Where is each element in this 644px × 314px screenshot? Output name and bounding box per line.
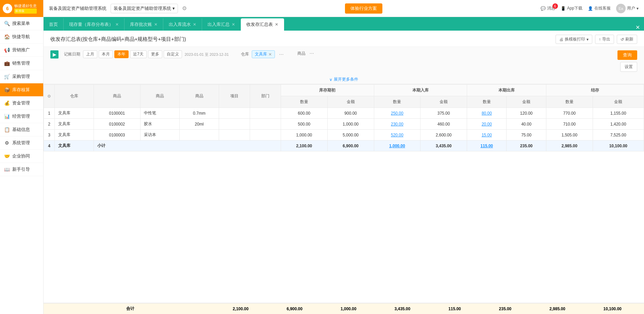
avatar: Ea: [616, 4, 626, 13]
sidebar-item-库存核算[interactable]: 📦库存核算: [0, 83, 43, 97]
row-out-qty[interactable]: 15.00: [467, 130, 507, 141]
row-bal-qty: 1,505.00: [546, 130, 593, 141]
online-service-item[interactable]: 👤 在线客服: [588, 5, 611, 11]
sidebar-item-基础信息[interactable]: 📋基础信息: [0, 123, 43, 136]
tab-label: 库存批次账: [130, 21, 152, 28]
tabs-container: 首页现存量（库存分布表）✕库存批次账✕出入库流水✕出入库汇总✕收发存汇总表✕: [44, 18, 631, 31]
row-out-amt: 120.00: [507, 108, 546, 119]
table-row: 2 文具库 0100002 胶水 20ml 500.00 1,000.00 23…: [44, 119, 644, 130]
expand-more-btn[interactable]: ∨ 展开更多条件: [44, 75, 644, 84]
filter-expand-toggle[interactable]: ▶: [50, 50, 59, 59]
sub-in-qty[interactable]: 1,000.00: [374, 141, 420, 151]
date-custom[interactable]: 自定义: [164, 50, 182, 58]
sidebar-item-快捷导航[interactable]: 🏠快捷导航: [0, 30, 43, 44]
date-cur-year[interactable]: 本年: [114, 50, 129, 58]
row-in-qty[interactable]: 230.00: [374, 119, 420, 130]
close-tab-icon[interactable]: ✕: [115, 22, 119, 27]
table-row: 1 文具库 0100001 中性笔 0.7mm 600.00 900.00 25…: [44, 108, 644, 119]
sidebar-item-经营管理[interactable]: 📊经营管理: [0, 110, 43, 123]
nav-icon: 📦: [4, 87, 10, 93]
sub-out-qty[interactable]: 115.00: [467, 141, 507, 151]
settings-button[interactable]: 设置: [620, 62, 637, 72]
sidebar-item-销售管理[interactable]: 💼销售管理: [0, 57, 43, 70]
sidebar-item-搜索菜单[interactable]: 🔍搜索菜单: [0, 17, 43, 30]
content-area: 收发存汇总表(按仓库+商品编码+商品+规格型号+项目+部门) 🖨 换模板打印 ▾…: [44, 31, 644, 314]
export-button[interactable]: ↑ 导出: [595, 35, 614, 44]
row-out-qty[interactable]: 20.00: [467, 119, 507, 130]
sidebar-item-新手引导[interactable]: 📖新手引导: [0, 163, 43, 176]
sidebar-item-采购管理[interactable]: 🛒采购管理: [0, 70, 43, 83]
nav-icon: 🤝: [4, 153, 10, 159]
app-download-item[interactable]: 📱 App下载: [561, 5, 582, 11]
row-opening-qty: 500.00: [281, 119, 328, 130]
trial-button[interactable]: 体验行业方案: [345, 3, 382, 14]
date-7days[interactable]: 近7天: [130, 50, 147, 58]
sidebar-nav: 🔍搜索菜单🏠快捷导航📢营销推广💼销售管理🛒采购管理📦库存核算💰资金管理📊经营管理…: [0, 17, 43, 176]
logo-badge: 标准版: [14, 9, 37, 14]
row-spec: [179, 130, 219, 141]
footer-opening-amt: 6,900.00: [286, 307, 302, 311]
sidebar: 6 畅捷通好生意 标准版 🔍搜索菜单🏠快捷导航📢营销推广💼销售管理🛒采购管理📦库…: [0, 0, 44, 314]
refresh-button[interactable]: ↺ 刷新: [617, 35, 637, 44]
nav-icon: 📋: [4, 127, 10, 132]
nav-label: 系统管理: [12, 140, 30, 146]
row-out-qty[interactable]: 80.00: [467, 108, 507, 119]
date-prev-month[interactable]: 上月: [83, 50, 97, 58]
warehouse-filter-section: 仓库 文具库 ✕ ···: [241, 50, 285, 58]
tab-1[interactable]: 现存量（库存分布表）✕: [64, 18, 125, 31]
sub-opening-qty: 2,100.00: [281, 141, 328, 151]
tab-5[interactable]: 收发存汇总表✕: [241, 18, 284, 31]
sub-in-amt: 3,435.00: [420, 141, 467, 151]
close-tab-icon[interactable]: ✕: [275, 22, 278, 27]
sidebar-item-资金管理[interactable]: 💰资金管理: [0, 97, 43, 110]
system-selector[interactable]: 装备及固定资产辅助管理系统 ▾: [111, 4, 178, 13]
close-all-tabs[interactable]: ✕: [631, 24, 644, 31]
goods-more[interactable]: ···: [308, 50, 315, 56]
col-in-amt: 金额: [420, 96, 467, 108]
row-project: [219, 119, 250, 130]
tab-0[interactable]: 首页: [44, 18, 64, 31]
col-code-header: 商品: [94, 85, 141, 108]
row-code: 0100001: [94, 108, 141, 119]
table-body: 1 文具库 0100001 中性笔 0.7mm 600.00 900.00 25…: [44, 108, 644, 151]
row-opening-amt: 5,000.00: [327, 130, 374, 141]
row-opening-qty: 1,000.00: [281, 130, 328, 141]
date-range-display: 2023-01-01 至 2023-12-31: [185, 52, 229, 57]
sub-bal-qty: 2,985.00: [546, 141, 593, 151]
sub-out-amt: 235.00: [507, 141, 546, 151]
row-in-qty[interactable]: 250.00: [374, 108, 420, 119]
sub-no: 4: [44, 141, 55, 151]
row-warehouse: 文具库: [55, 108, 94, 119]
col-opening-amt: 金额: [327, 96, 374, 108]
user-item[interactable]: Ea 用户 ▾: [616, 4, 639, 13]
sidebar-item-企业协同[interactable]: 🤝企业协同: [0, 150, 43, 163]
date-more[interactable]: 更多: [148, 50, 162, 58]
row-in-qty[interactable]: 520.00: [374, 130, 420, 141]
close-tab-icon[interactable]: ✕: [154, 22, 158, 27]
row-dept: [250, 130, 281, 141]
nav-label: 搜索菜单: [12, 20, 30, 27]
close-tab-icon[interactable]: ✕: [232, 22, 235, 27]
col-opening-qty: 数量: [281, 96, 328, 108]
remove-warehouse-tag[interactable]: ✕: [268, 52, 272, 57]
col-settings[interactable]: ⚙: [44, 85, 55, 108]
settings-icon[interactable]: ⚙: [182, 5, 187, 12]
close-tab-icon[interactable]: ✕: [193, 22, 196, 27]
tab-3[interactable]: 出入库流水✕: [163, 18, 202, 31]
nav-label: 库存核算: [12, 87, 30, 93]
col-in-qty: 数量: [374, 96, 420, 108]
query-button[interactable]: 查询: [617, 50, 637, 60]
sidebar-item-营销推广[interactable]: 📢营销推广: [0, 44, 43, 57]
messages-item[interactable]: 💬 消息 6: [541, 5, 555, 11]
col-out-qty: 数量: [467, 96, 507, 108]
sidebar-item-系统管理[interactable]: ⚙系统管理: [0, 136, 43, 150]
template-print-button[interactable]: 🖨 换模板打印 ▾: [556, 35, 592, 44]
date-cur-month[interactable]: 本月: [99, 50, 113, 58]
tab-4[interactable]: 出入库汇总✕: [202, 18, 241, 31]
tab-2[interactable]: 库存批次账✕: [125, 18, 163, 31]
row-name: 采访本: [140, 130, 179, 141]
row-opening-amt: 1,000.00: [327, 119, 374, 130]
warehouse-more[interactable]: ···: [278, 51, 285, 57]
row-in-amt: 2,600.00: [420, 130, 467, 141]
tabs-bar: 首页现存量（库存分布表）✕库存批次账✕出入库流水✕出入库汇总✕收发存汇总表✕ ✕: [44, 17, 644, 31]
